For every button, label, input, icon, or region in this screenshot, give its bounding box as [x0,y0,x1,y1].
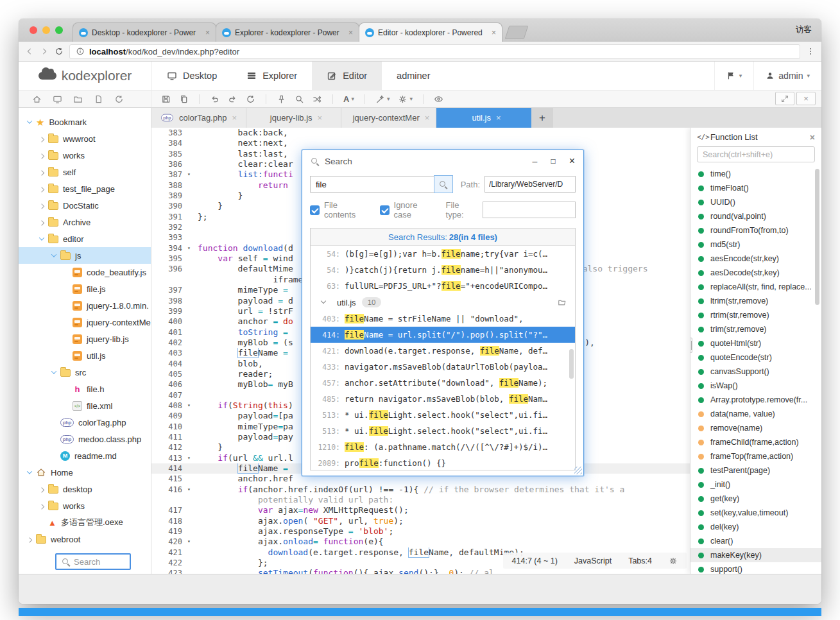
close-icon[interactable]: × [569,156,575,166]
screen-icon[interactable] [53,94,62,104]
search-result-row[interactable]: 403:fileName = strFileName || "download"… [311,311,575,327]
code-line-416[interactable]: 416▾ if(anchor.href.indexOf(url) !== -1)… [151,485,690,495]
tree-item-Archive[interactable]: Archive [19,214,151,230]
panel-resize-handle[interactable] [690,338,692,353]
tab-close-icon[interactable]: × [205,28,210,37]
minimize-icon[interactable]: – [533,157,538,166]
code-line-wrap[interactable]: potentially valid url path: [151,495,690,505]
tree-item-medoo.class.php[interactable]: phpmedoo.class.php [19,431,151,447]
function-item[interactable]: canvasSupport() [690,365,821,379]
tree-item-js[interactable]: js [19,247,151,264]
pin-button[interactable] [277,94,286,104]
nav-item-desktop[interactable]: Desktop [152,62,232,90]
tree-item-src[interactable]: src [19,364,151,381]
app-logo[interactable]: kodexplorer [19,62,151,90]
dialog-resize-grip[interactable] [574,467,582,474]
search-submit-button[interactable] [434,175,453,193]
function-item[interactable]: support() [690,562,821,574]
browser-menu-icon[interactable] [806,47,815,56]
reload-icon[interactable] [55,47,64,56]
language-menu[interactable]: ▾ [714,62,754,90]
search-result-row[interactable]: 2089:profile:function() {} [311,455,575,470]
tree-item-webroot[interactable]: webroot [19,531,151,547]
settings-gear-icon[interactable] [669,556,678,565]
sidebar-search-input[interactable] [74,557,119,567]
function-item[interactable]: roundFromTo(from,to) [690,223,821,237]
chevron-right-icon[interactable] [37,485,46,494]
function-item[interactable]: testParent(page) [690,463,821,478]
function-item[interactable]: trim(str,remove) [690,322,821,336]
chevron-down-icon[interactable] [25,468,34,477]
fold-arrow-icon[interactable]: ▾ [187,243,198,254]
eye-button[interactable] [434,94,443,104]
chevron-right-icon[interactable] [37,201,46,210]
tree-item-jquery-lib.js[interactable]: jquery-lib.js [19,331,151,347]
fold-arrow-icon[interactable]: ▾ [187,485,198,495]
zoom-window-button[interactable] [55,26,63,34]
chevron-down-icon[interactable] [49,368,58,377]
maximize-icon[interactable]: □ [551,157,555,165]
search-result-row[interactable]: 414:fileName = url.split("/").pop().spli… [311,327,575,343]
tree-item-test_file_page[interactable]: test_file_page [19,180,151,197]
function-item[interactable]: _init() [690,478,821,492]
copy-button[interactable] [179,94,189,104]
search-query-input[interactable] [310,176,434,193]
tree-item-DocStatic[interactable]: DocStatic [19,197,151,214]
tabs-setting[interactable]: Tabs:4 [628,556,652,565]
chevron-right-icon[interactable] [37,151,46,160]
tree-item-wwwroot[interactable]: wwwroot [19,130,151,147]
tree-item-file.xml[interactable]: </>file.xml [19,397,151,414]
function-item[interactable]: UUID() [690,195,821,209]
function-item[interactable]: clear() [690,534,821,548]
search-dialog-titlebar[interactable]: Search – □ × [302,150,583,172]
shuffle-button[interactable] [313,94,322,104]
tree-item-jquery-contextMe[interactable]: jquery-contextMe [19,314,151,331]
page-info-icon[interactable] [76,47,85,56]
chevron-right-icon[interactable] [37,218,46,227]
search-result-row[interactable]: 63:fullURL=PDFJS_URL+"?file="+encodeURIC… [311,278,575,294]
function-item[interactable]: remove(name) [690,421,821,435]
fullscreen-icon[interactable] [775,92,794,105]
tree-item-colorTag.php[interactable]: phpcolorTag.php [19,414,151,431]
code-line-420[interactable]: 420▾ ajax.onload= function(e){ [151,537,690,547]
tab-close-icon[interactable]: × [232,113,237,123]
results-scrollbar[interactable] [569,349,574,379]
chevron-right-icon[interactable] [37,168,46,177]
tab-close-icon[interactable]: × [496,113,501,123]
editor-tab-jquery-contextMer[interactable]: jquery-contextMer× [341,108,436,128]
search-result-row[interactable]: 457:anchor.setAttribute("download", file… [311,375,575,391]
search-button[interactable] [295,94,304,104]
guest-profile-label[interactable]: 访客 [796,24,812,35]
function-item[interactable]: quoteEncode(str) [690,350,821,365]
user-menu[interactable]: admin ▾ [753,62,821,90]
code-line-383[interactable]: 383 back:back, [151,128,690,138]
refresh-icon[interactable] [114,94,124,104]
chevron-right-icon[interactable] [37,184,46,193]
tree-item-util.js[interactable]: util.js [19,347,151,364]
function-item[interactable]: data(name, value) [690,407,821,421]
chevron-right-icon[interactable] [37,501,46,510]
chevron-down-icon[interactable] [49,251,58,260]
tree-item-readme.md[interactable]: Mreadme.md [19,447,151,464]
search-result-row[interactable]: 54:)}catch(j){return j.filename=h||"anon… [311,262,575,278]
back-icon[interactable] [25,47,34,56]
function-item[interactable]: isWap() [690,379,821,393]
tree-item-code_beautify.js[interactable]: code_beautify.js [19,264,151,280]
search-result-row[interactable]: 54:(b[g]=e[g]);var h=b.filename;try{var … [311,246,575,262]
forward-icon[interactable] [40,47,49,56]
tab-close-icon[interactable]: × [492,28,496,37]
function-list-scrollbar[interactable] [815,169,819,305]
close-icon[interactable]: × [810,132,815,142]
browser-tab[interactable]: Explorer - kodexplorer - Power× [216,22,359,42]
folder-icon[interactable] [73,94,83,104]
chevron-down-icon[interactable] [25,117,34,126]
open-folder-icon[interactable] [558,298,567,307]
tree-item-works[interactable]: works [19,147,151,164]
browser-tab[interactable]: Editor - kodexplorer - Powered× [359,22,502,42]
nav-item-adminer[interactable]: adminer [382,62,445,90]
tree-item--.oexe[interactable]: ▲多语言管理.oexe [19,514,151,531]
code-line-423[interactable]: 423 setTimeout(function(){ ajax.send();}… [151,568,690,574]
tab-close-icon[interactable]: × [348,28,353,37]
code-line-417[interactable]: 417 var ajax=new XMLHttpRequest(); [151,505,690,515]
nav-item-editor[interactable]: Editor [312,62,382,90]
